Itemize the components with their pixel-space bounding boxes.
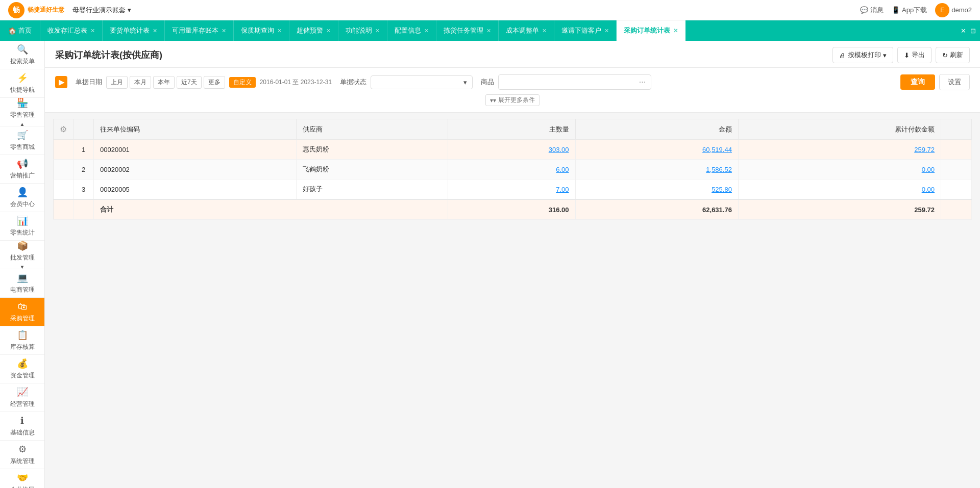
tab-expiry-query[interactable]: 保质期查询 ✕ — [234, 20, 289, 41]
close-icon[interactable]: ✕ — [375, 28, 380, 34]
tab-overstock-label: 超储预警 — [297, 26, 323, 35]
sidebar-item-retail-stat-label: 零售统计 — [10, 228, 35, 237]
close-icon[interactable]: ✕ — [277, 28, 282, 34]
sidebar-item-basic-info[interactable]: ℹ 基础信息 — [0, 412, 44, 441]
date-shortcuts: 上月 本月 本年 近7天 更多 — [106, 76, 225, 89]
filter-row-1: ▶ 单据日期 上月 本月 本年 近7天 更多 自定义 2016-01-01 至 … — [55, 74, 970, 90]
tab-order-summary[interactable]: 要货单统计表 ✕ — [103, 20, 165, 41]
tab-invite-downstream[interactable]: 邀请下游客户 ✕ — [554, 20, 617, 41]
sidebar-item-purchase-mgmt-label: 采购管理 — [10, 314, 35, 323]
sidebar-item-retail-mgmt-label: 零售管理 — [10, 111, 35, 119]
sidebar-item-stock-check[interactable]: 📋 库存核算 — [0, 326, 44, 355]
sidebar-item-member[interactable]: 👤 会员中心 — [0, 184, 44, 212]
close-icon[interactable]: ✕ — [486, 28, 491, 34]
member-icon: 👤 — [17, 187, 28, 198]
app-download-action[interactable]: 📱 App下载 — [892, 6, 927, 15]
status-select[interactable]: ▾ — [371, 75, 473, 89]
goods-filter-group: 商品 ··· — [481, 74, 651, 90]
tab-overstock[interactable]: 超储预警 ✕ — [289, 20, 338, 41]
goods-input[interactable]: ··· — [498, 74, 651, 90]
sidebar-item-purchase-mgmt[interactable]: 🛍 采购管理 — [0, 298, 44, 326]
tab-home[interactable]: 🏠 首页 — [0, 20, 40, 41]
sidebar-item-member-label: 会员中心 — [10, 200, 35, 209]
row2-amount-link[interactable]: 1,586.52 — [706, 166, 732, 173]
expand-label: 展开更多条件 — [498, 96, 535, 105]
shortcut-this-month[interactable]: 本月 — [130, 76, 151, 89]
row3-amount-link[interactable]: 525.80 — [712, 186, 732, 193]
tab-collection-label: 收发存汇总表 — [47, 26, 87, 35]
nav-close-icon[interactable]: ✕ — [961, 27, 966, 35]
export-button[interactable]: ⬇ 导出 — [897, 47, 932, 63]
print-button[interactable]: 🖨 按模板打印 ▾ — [832, 47, 893, 63]
close-icon[interactable]: ✕ — [673, 28, 678, 34]
sidebar-item-system[interactable]: ⚙ 系统管理 — [0, 441, 44, 469]
filter-toggle[interactable]: ▶ — [55, 76, 67, 88]
close-icon[interactable]: ✕ — [424, 28, 429, 34]
sidebar-item-retail-stat[interactable]: 📊 零售统计 — [0, 212, 44, 241]
close-icon[interactable]: ✕ — [222, 28, 226, 34]
sidebar-item-marketing[interactable]: 📢 营销推广 — [0, 155, 44, 184]
shortcut-7days[interactable]: 近7天 — [177, 76, 202, 89]
message-icon: 💬 — [860, 6, 868, 14]
sidebar-item-system-label: 系统管理 — [10, 457, 35, 466]
refresh-button[interactable]: ↻ 刷新 — [936, 47, 970, 63]
download-icon: 📱 — [892, 6, 900, 14]
sidebar-item-cooperation[interactable]: 🤝 企业协同 — [0, 469, 44, 488]
tab-task-mgmt[interactable]: 拣货任务管理 ✕ — [436, 20, 499, 41]
row2-amount: 1,586.52 — [575, 160, 738, 179]
retail-mgmt-icon: 🏪 — [17, 97, 28, 109]
operation-icon: 📈 — [17, 387, 28, 398]
row3-quantity: 7.00 — [448, 179, 575, 200]
row2-quantity-link[interactable]: 6.00 — [556, 166, 569, 173]
row2-extra — [941, 160, 972, 179]
nav-tabs: 🏠 首页 收发存汇总表 ✕ 要货单统计表 ✕ 可用量库存账本 ✕ 保质期查询 ✕… — [0, 20, 980, 41]
row2-paid-link[interactable]: 0.00 — [922, 166, 935, 173]
footer-amount: 62,631.76 — [575, 199, 738, 220]
sidebar-item-search[interactable]: 🔍 搜索菜单 — [0, 41, 44, 69]
row1-paid-link[interactable]: 259.72 — [914, 146, 935, 153]
search-button[interactable]: 查询 — [900, 74, 935, 90]
refresh-label: 刷新 — [950, 50, 963, 60]
close-icon[interactable]: ✕ — [153, 28, 157, 34]
user-action[interactable]: E demo2 — [935, 3, 972, 17]
close-icon[interactable]: ✕ — [542, 28, 547, 34]
row1-supplier: 惠氏奶粉 — [297, 140, 448, 160]
table-row: 2 00020002 飞鹤奶粉 6.00 1,586.52 0.00 — [54, 160, 972, 179]
tab-function-desc[interactable]: 功能说明 ✕ — [338, 20, 387, 41]
sidebar-item-wholesale-mgmt[interactable]: 📦 批发管理 ▼ — [0, 241, 44, 269]
sidebar-item-retail-shop-label: 零售商城 — [10, 143, 35, 151]
gear-icon[interactable]: ⚙ — [60, 125, 67, 134]
sidebar-item-finance[interactable]: 💰 资金管理 — [0, 355, 44, 383]
nav-expand-icon[interactable]: ⊡ — [970, 27, 976, 35]
shortcut-this-year[interactable]: 本年 — [153, 76, 175, 89]
tab-purchase-summary[interactable]: 采购订单统计表 ✕ — [617, 20, 685, 41]
close-icon[interactable]: ✕ — [326, 28, 331, 34]
sidebar-item-operation[interactable]: 📈 经营管理 — [0, 383, 44, 412]
row1-quantity-link[interactable]: 303.00 — [549, 146, 569, 153]
tab-collection[interactable]: 收发存汇总表 ✕ — [40, 20, 103, 41]
row1-extra — [941, 140, 972, 160]
tab-cost-adjust[interactable]: 成本调整单 ✕ — [499, 20, 554, 41]
workspace-selector[interactable]: 母婴行业演示账套 ▾ — [68, 4, 135, 17]
shortcut-more[interactable]: 更多 — [204, 76, 225, 89]
sidebar-item-retail-shop[interactable]: 🛒 零售商城 — [0, 126, 44, 155]
row3-paid-link[interactable]: 0.00 — [922, 186, 935, 193]
settings-button[interactable]: 设置 — [939, 74, 970, 90]
message-action[interactable]: 💬 消息 — [860, 6, 884, 15]
top-bar: 畅 畅捷通好生意 母婴行业演示账套 ▾ 💬 消息 📱 App下载 E demo2 — [0, 0, 980, 20]
sidebar-item-finance-label: 资金管理 — [10, 371, 35, 380]
expand-button[interactable]: ▾▾ 展开更多条件 — [485, 94, 540, 106]
close-icon[interactable]: ✕ — [604, 28, 609, 34]
close-icon[interactable]: ✕ — [90, 28, 95, 34]
row3-quantity-link[interactable]: 7.00 — [556, 186, 569, 193]
sidebar-item-retail-mgmt[interactable]: 🏪 零售管理 ▲ — [0, 98, 44, 126]
tab-available-stock[interactable]: 可用量库存账本 ✕ — [165, 20, 234, 41]
sidebar-item-quick-nav[interactable]: ⚡ 快捷导航 — [0, 69, 44, 98]
shortcut-last-month[interactable]: 上月 — [106, 76, 128, 89]
tab-config-info[interactable]: 配置信息 ✕ — [387, 20, 436, 41]
footer-extra — [941, 199, 972, 220]
sidebar-item-ecommerce[interactable]: 💻 电商管理 — [0, 269, 44, 298]
row1-amount-link[interactable]: 60,519.44 — [702, 146, 732, 153]
chevron-down-icon: ▾ — [883, 52, 887, 59]
date-filter-group: 单据日期 上月 本月 本年 近7天 更多 自定义 2016-01-01 至 20… — [76, 76, 332, 89]
